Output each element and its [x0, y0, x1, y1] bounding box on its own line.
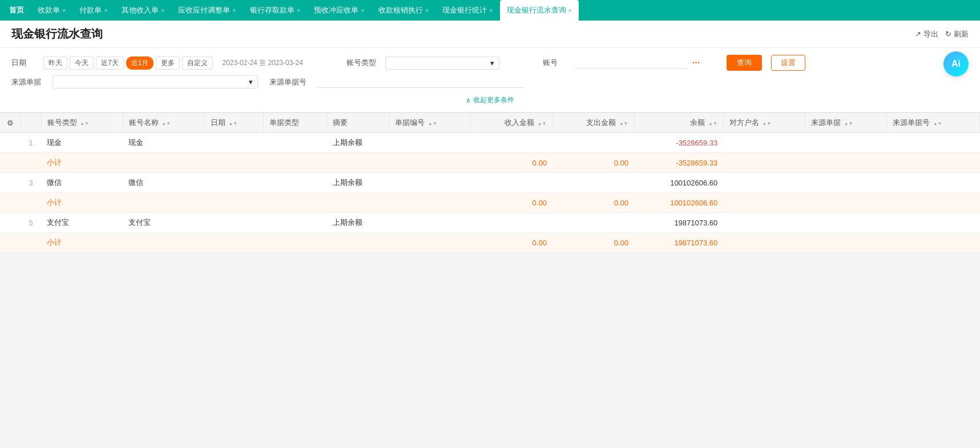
- date-btn-custom[interactable]: 自定义: [182, 56, 213, 70]
- account-filter: ···: [575, 57, 717, 68]
- source-doc-no-column-header[interactable]: 来源单据号 ▲▼: [887, 113, 980, 133]
- close-other-income-icon[interactable]: ×: [161, 7, 164, 14]
- row-gear[interactable]: [0, 233, 21, 253]
- close-bank-deposit-icon[interactable]: ×: [297, 7, 300, 14]
- refresh-label: 刷新: [954, 29, 969, 39]
- nav-tab-receipt[interactable]: 收款单 ×: [31, 0, 72, 21]
- row-account-type: 现金: [41, 133, 123, 153]
- row-doc-no: [389, 213, 471, 233]
- row-gear[interactable]: [0, 173, 21, 193]
- query-button[interactable]: 查询: [727, 55, 762, 71]
- income-column-header[interactable]: 收入金额 ▲▼: [471, 113, 552, 133]
- date-btn-today[interactable]: 今天: [70, 56, 94, 70]
- row-doc-type: [264, 213, 327, 233]
- account-name-column-header[interactable]: 账号名称 ▲▼: [123, 113, 204, 133]
- page-header: 现金银行流水查询 ↗ 导出 ↻ 刷新: [0, 21, 980, 48]
- row-source-doc: [805, 233, 886, 253]
- row-source-doc-no: [887, 173, 980, 193]
- close-payment-icon[interactable]: ×: [104, 7, 107, 14]
- row-expense: [552, 213, 634, 233]
- doc-no-column-header[interactable]: 单据编号 ▲▼: [389, 113, 471, 133]
- collapse-label: 收起更多条件: [473, 95, 514, 105]
- collapse-bar[interactable]: ∧ 收起更多条件: [11, 93, 969, 107]
- date-btn-yesterday[interactable]: 昨天: [43, 56, 67, 70]
- num-column-header: [21, 113, 41, 133]
- row-summary: 上期余额: [327, 133, 389, 153]
- row-gear[interactable]: [0, 193, 21, 213]
- settings-button[interactable]: 设置: [771, 55, 805, 71]
- ai-assistant-button[interactable]: Ai: [943, 51, 969, 76]
- row-counterparty: [723, 233, 805, 253]
- refresh-icon: ↻: [945, 30, 951, 38]
- row-counterparty: [723, 153, 805, 173]
- nav-tab-pre-receipt[interactable]: 预收冲应收单 ×: [307, 0, 371, 21]
- row-date: [204, 133, 264, 153]
- row-summary: [327, 233, 389, 253]
- account-type-chevron-icon: ▾: [490, 59, 494, 67]
- date-btn-1month[interactable]: 近1月: [126, 56, 154, 70]
- account-type-select[interactable]: ▾: [385, 56, 499, 70]
- row-income: 0.00: [471, 233, 552, 253]
- row-income: 0.00: [471, 193, 552, 213]
- row-doc-no: [389, 153, 471, 173]
- row-doc-type: [264, 173, 327, 193]
- close-pre-receipt-icon[interactable]: ×: [361, 7, 364, 14]
- row-date: [204, 193, 264, 213]
- row-date: [204, 233, 264, 253]
- export-button[interactable]: ↗ 导出: [915, 29, 938, 39]
- close-ar-ap-icon[interactable]: ×: [232, 7, 236, 14]
- summary-column-header: 摘要: [327, 113, 389, 133]
- source-doc-column-header[interactable]: 来源单据 ▲▼: [805, 113, 886, 133]
- refresh-button[interactable]: ↻ 刷新: [945, 29, 969, 39]
- date-range-display: 2023-02-24 至 2023-03-24: [222, 58, 303, 68]
- row-source-doc: [805, 153, 886, 173]
- date-btn-more[interactable]: 更多: [156, 56, 180, 70]
- close-cash-stat-icon[interactable]: ×: [489, 7, 493, 14]
- row-doc-no: [389, 233, 471, 253]
- nav-tab-other-income-label: 其他收入单: [122, 5, 159, 15]
- nav-tab-home-label: 首页: [9, 5, 24, 15]
- nav-tab-other-income[interactable]: 其他收入单 ×: [115, 0, 171, 21]
- row-gear[interactable]: [0, 213, 21, 233]
- account-type-column-header[interactable]: 账号类型 ▲▼: [41, 113, 123, 133]
- row-account-type: 小计: [41, 233, 123, 253]
- row-expense: 0.00: [552, 153, 634, 173]
- account-dots-button[interactable]: ···: [692, 58, 700, 68]
- nav-tab-home[interactable]: 首页: [2, 0, 31, 21]
- nav-tab-receipt-verify-label: 收款核销执行: [378, 5, 423, 15]
- gear-column-header[interactable]: ⚙: [0, 113, 21, 133]
- date-column-header[interactable]: 日期 ▲▼: [204, 113, 264, 133]
- row-doc-no: [389, 173, 471, 193]
- row-balance: 100102606.60: [634, 173, 723, 193]
- account-input[interactable]: [575, 57, 689, 68]
- row-expense: 0.00: [552, 233, 634, 253]
- row-income: 0.00: [471, 153, 552, 173]
- row-gear[interactable]: [0, 153, 21, 173]
- table-container: ⚙ 账号类型 ▲▼ 账号名称 ▲▼ 日期 ▲▼ 单据类型 摘要 单据编号 ▲▼ …: [0, 112, 980, 253]
- row-counterparty: [723, 213, 805, 233]
- table-row: 小计 0.00 0.00 -3528659.33: [0, 153, 980, 173]
- source-doc-select[interactable]: ▾: [53, 75, 258, 88]
- source-doc-no-input[interactable]: [318, 76, 523, 88]
- source-doc-chevron-icon: ▾: [249, 78, 253, 86]
- nav-tab-bank-deposit[interactable]: 银行存取款单 ×: [243, 0, 307, 21]
- row-num: 5: [21, 213, 41, 233]
- balance-column-header[interactable]: 余额 ▲▼: [634, 113, 723, 133]
- date-btn-7days[interactable]: 近7天: [96, 56, 124, 70]
- source-doc-label: 来源单据: [11, 77, 41, 87]
- row-num: 1: [21, 133, 41, 153]
- nav-tab-cash-stat[interactable]: 现金银行统计 ×: [435, 0, 499, 21]
- nav-tab-receipt-label: 收款单: [38, 5, 60, 15]
- row-source-doc-no: [887, 153, 980, 173]
- close-receipt-verify-icon[interactable]: ×: [425, 7, 429, 14]
- close-cash-flow-icon[interactable]: ×: [568, 7, 572, 14]
- nav-tab-receipt-verify[interactable]: 收款核销执行 ×: [372, 0, 435, 21]
- row-account-type: 小计: [41, 153, 123, 173]
- nav-tab-payment[interactable]: 付款单 ×: [72, 0, 114, 21]
- nav-tab-ar-ap-adjust[interactable]: 应收应付调整单 ×: [171, 0, 243, 21]
- counterparty-column-header[interactable]: 对方户名 ▲▼: [723, 113, 805, 133]
- row-gear[interactable]: [0, 133, 21, 153]
- nav-tab-cash-flow-query[interactable]: 现金银行流水查询 ×: [500, 0, 579, 21]
- expense-column-header[interactable]: 支出金额 ▲▼: [552, 113, 634, 133]
- close-receipt-icon[interactable]: ×: [62, 7, 66, 14]
